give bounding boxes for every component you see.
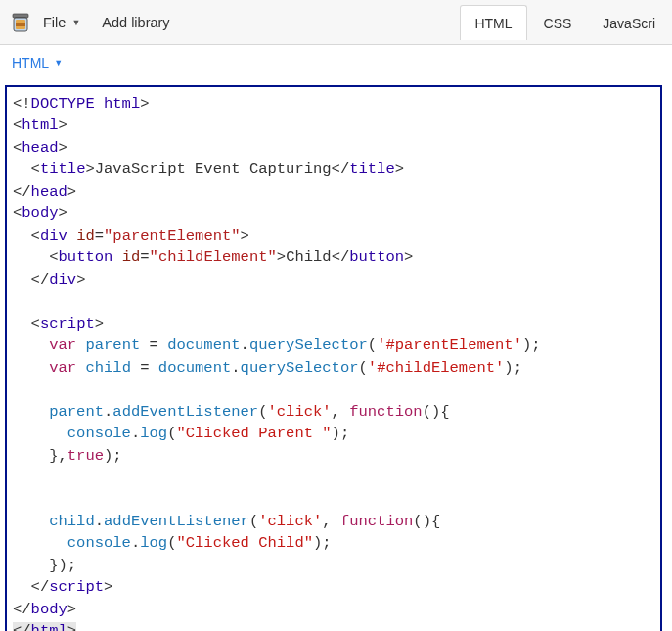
editor-mode-label: HTML — [12, 55, 49, 70]
dropdown-icon: ▼ — [71, 18, 80, 27]
tab-javascript[interactable]: JavaScri — [588, 5, 670, 40]
add-library-button[interactable]: Add library — [102, 15, 169, 30]
code-content[interactable]: <!DOCTYPE html> <html> <head> <title>Jav… — [13, 93, 654, 631]
app-logo-icon[interactable] — [10, 12, 31, 33]
language-tabs: HTML CSS JavaScri — [460, 5, 672, 40]
top-toolbar: File ▼ Add library HTML CSS JavaScri — [0, 0, 672, 45]
file-menu-label: File — [43, 15, 66, 30]
tab-css[interactable]: CSS — [529, 5, 587, 40]
add-library-label: Add library — [102, 15, 169, 30]
sub-toolbar: HTML ▼ — [0, 45, 672, 80]
svg-rect-3 — [16, 23, 25, 26]
file-menu[interactable]: File ▼ — [43, 15, 80, 30]
dropdown-icon: ▼ — [54, 58, 63, 68]
editor-mode-dropdown[interactable]: HTML ▼ — [12, 55, 63, 70]
svg-rect-0 — [13, 14, 28, 18]
code-editor[interactable]: <!DOCTYPE html> <html> <head> <title>Jav… — [5, 85, 662, 631]
tab-html[interactable]: HTML — [460, 5, 526, 40]
